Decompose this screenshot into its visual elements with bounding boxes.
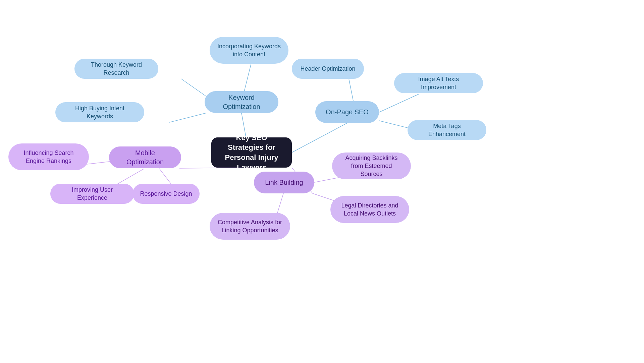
node-thorough-keyword-research: Thorough Keyword Research [74, 59, 158, 79]
node-influencing-search: Influencing Search Engine Rankings [8, 143, 89, 170]
node-high-buying-intent: High Buying Intent Keywords [55, 102, 144, 122]
node-competitive-analysis: Competitive Analysis for Linking Opportu… [210, 213, 290, 240]
node-legal-directories: Legal Directories and Local News Outlets [330, 196, 409, 223]
svg-line-6 [169, 113, 206, 122]
node-link-building: Link Building [254, 172, 314, 193]
node-improving-ux: Improving User Experience [50, 184, 134, 204]
svg-line-1 [292, 123, 347, 153]
node-image-alt-texts: Image Alt Texts Improvement [394, 73, 483, 93]
node-keyword-optimization: Keyword Optimization [205, 91, 278, 113]
node-header-optimization: Header Optimization [292, 59, 364, 79]
node-acquiring-backlinks: Acquiring Backlinks from Esteemed Source… [332, 153, 411, 179]
node-mobile-optimization: Mobile Optimization [109, 146, 181, 168]
node-incorporating-keywords: Incorporating Keywords into Content [210, 37, 288, 64]
node-on-page-seo: On-Page SEO [315, 101, 379, 123]
center-node: Key SEO Strategies for Personal Injury L… [211, 137, 292, 168]
node-meta-tags: Meta Tags Enhancement [408, 120, 486, 140]
node-responsive-design: Responsive Design [132, 184, 200, 204]
svg-line-8 [379, 94, 419, 112]
